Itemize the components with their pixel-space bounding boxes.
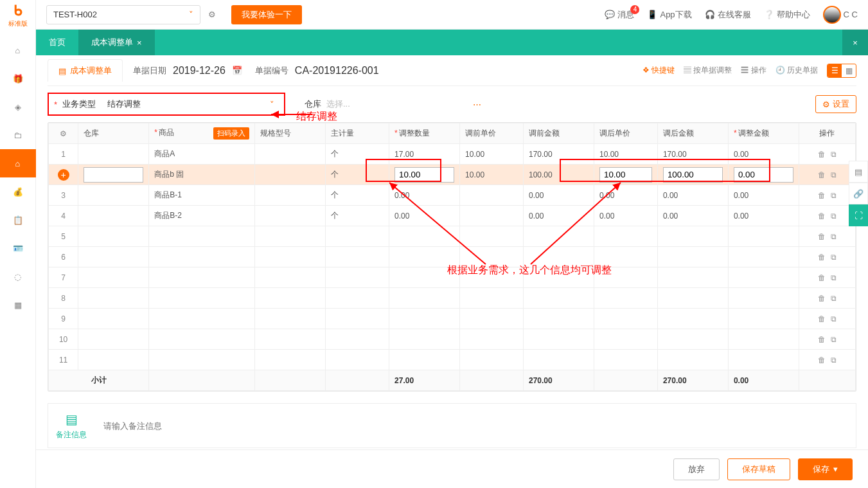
- copy-icon[interactable]: ⧉: [831, 294, 837, 303]
- cell-warehouse[interactable]: [78, 288, 149, 309]
- col-post-amt[interactable]: 调后金额: [657, 123, 728, 144]
- cell-spec[interactable]: [255, 247, 326, 267]
- cell-warehouse[interactable]: [78, 226, 149, 247]
- view-grid-icon[interactable]: ▦: [842, 64, 856, 77]
- settings-button[interactable]: ⚙ 设置: [815, 95, 856, 113]
- gear-icon[interactable]: ⚙: [208, 10, 216, 19]
- cell-post-amt[interactable]: [657, 226, 728, 247]
- cell-qty[interactable]: [389, 165, 460, 185]
- delete-icon[interactable]: 🗑: [818, 191, 826, 200]
- cell-qty[interactable]: [389, 247, 460, 267]
- cell-product[interactable]: [149, 247, 255, 267]
- cell-post-amt[interactable]: [657, 247, 728, 267]
- cell-adj-amt[interactable]: [728, 309, 799, 329]
- nav-id-icon[interactable]: 🪪: [0, 234, 36, 262]
- delete-icon[interactable]: 🗑: [818, 356, 826, 365]
- hotkey-link[interactable]: ❖ 快捷键: [642, 65, 675, 76]
- table-row[interactable]: 5🗑⧉: [49, 226, 856, 247]
- cell-product[interactable]: 商品B-2: [149, 206, 255, 226]
- copy-icon[interactable]: ⧉: [831, 212, 837, 221]
- cell-warehouse[interactable]: [78, 165, 149, 185]
- cell-product[interactable]: [149, 288, 255, 309]
- cell-post-price[interactable]: [594, 165, 657, 185]
- cell-post-amt[interactable]: [657, 267, 728, 288]
- cell-post-amt[interactable]: 0.00: [657, 185, 728, 206]
- app-download-link[interactable]: 📱 App下载: [647, 9, 691, 21]
- biz-type-select[interactable]: 结存调整 ˅: [107, 95, 274, 114]
- copy-icon[interactable]: ⧉: [831, 356, 837, 365]
- delete-icon[interactable]: 🗑: [818, 273, 826, 282]
- qty-input[interactable]: [394, 167, 454, 183]
- table-row[interactable]: 1商品A个17.0010.00170.0010.00170.000.00🗑⧉: [49, 144, 856, 165]
- cell-spec[interactable]: [255, 165, 326, 185]
- add-row-button[interactable]: +: [58, 169, 69, 181]
- cell-post-amt[interactable]: [657, 165, 728, 185]
- cell-adj-amt[interactable]: [728, 329, 799, 350]
- cell-product[interactable]: [149, 329, 255, 350]
- cell-spec[interactable]: [255, 350, 326, 370]
- copy-icon[interactable]: ⧉: [831, 335, 837, 344]
- cell-qty[interactable]: 17.00: [389, 144, 460, 165]
- cell-qty[interactable]: [389, 288, 460, 309]
- cell-warehouse[interactable]: [78, 144, 149, 165]
- cell-spec[interactable]: [255, 267, 326, 288]
- warehouse-select[interactable]: 选择...: [326, 95, 455, 114]
- cell-post-price[interactable]: 0.00: [594, 185, 657, 206]
- nav-money-icon[interactable]: 💰: [0, 177, 36, 206]
- cell-post-price[interactable]: [594, 267, 657, 288]
- view-list-icon[interactable]: ☰: [828, 64, 842, 77]
- tool-link-icon[interactable]: 🔗: [849, 183, 868, 204]
- delete-icon[interactable]: 🗑: [818, 335, 826, 344]
- cell-adj-amt[interactable]: [728, 247, 799, 267]
- cell-spec[interactable]: [255, 329, 326, 350]
- table-row[interactable]: 8🗑⧉: [49, 288, 856, 309]
- delete-icon[interactable]: 🗑: [818, 253, 826, 262]
- col-pre-amt[interactable]: 调前金额: [524, 123, 594, 144]
- cell-post-amt[interactable]: [657, 329, 728, 350]
- cell-post-amt[interactable]: [657, 288, 728, 309]
- adj-amt-input[interactable]: [734, 167, 793, 183]
- by-order-link[interactable]: ▤ 按单据调整: [684, 65, 732, 76]
- close-icon[interactable]: ×: [137, 38, 142, 48]
- cell-spec[interactable]: [255, 144, 326, 165]
- nav-new-icon[interactable]: ▦: [0, 291, 36, 319]
- cell-qty[interactable]: [389, 226, 460, 247]
- cell-post-amt[interactable]: 0.00: [657, 206, 728, 226]
- col-product[interactable]: *商品扫码录入: [149, 123, 255, 144]
- cell-post-amt[interactable]: [657, 309, 728, 329]
- delete-icon[interactable]: 🗑: [818, 212, 826, 221]
- cell-product[interactable]: [149, 350, 255, 370]
- cell-warehouse[interactable]: [78, 247, 149, 267]
- calendar-icon[interactable]: 📅: [232, 66, 242, 75]
- cell-adj-amt[interactable]: 0.00: [728, 144, 799, 165]
- col-spec[interactable]: 规格型号: [255, 123, 326, 144]
- cell-product[interactable]: 商品b 固: [149, 165, 255, 185]
- messages-link[interactable]: 💬 消息 4: [605, 9, 634, 21]
- tab-cost-adjust[interactable]: 成本调整单 ×: [78, 30, 155, 55]
- nav-loop-icon[interactable]: ◌: [0, 262, 36, 291]
- cell-qty[interactable]: 0.00: [389, 185, 460, 206]
- table-row[interactable]: 10🗑⧉: [49, 329, 856, 350]
- delete-icon[interactable]: 🗑: [818, 314, 826, 323]
- cell-warehouse[interactable]: [78, 185, 149, 206]
- copy-icon[interactable]: ⧉: [831, 253, 837, 262]
- cell-post-price[interactable]: [594, 329, 657, 350]
- cell-post-price[interactable]: [594, 309, 657, 329]
- cell-adj-amt[interactable]: [728, 267, 799, 288]
- cell-adj-amt[interactable]: 0.00: [728, 185, 799, 206]
- try-button[interactable]: 我要体验一下: [231, 5, 302, 24]
- cell-warehouse[interactable]: [78, 350, 149, 370]
- tool-note-icon[interactable]: ▤: [849, 161, 868, 183]
- discard-button[interactable]: 放弃: [673, 458, 720, 480]
- remark-input[interactable]: [94, 404, 856, 447]
- cell-product[interactable]: [149, 267, 255, 288]
- more-icon[interactable]: ⋯: [473, 100, 481, 109]
- org-selector[interactable]: TEST-H002 ˅: [46, 5, 200, 24]
- delete-icon[interactable]: 🗑: [818, 150, 826, 159]
- delete-icon[interactable]: 🗑: [818, 232, 826, 241]
- cell-product[interactable]: [149, 309, 255, 329]
- cell-spec[interactable]: [255, 226, 326, 247]
- cell-post-price[interactable]: [594, 350, 657, 370]
- table-row[interactable]: 4商品B-2个0.000.000.000.000.00🗑⧉: [49, 206, 856, 226]
- cell-post-price[interactable]: 0.00: [594, 206, 657, 226]
